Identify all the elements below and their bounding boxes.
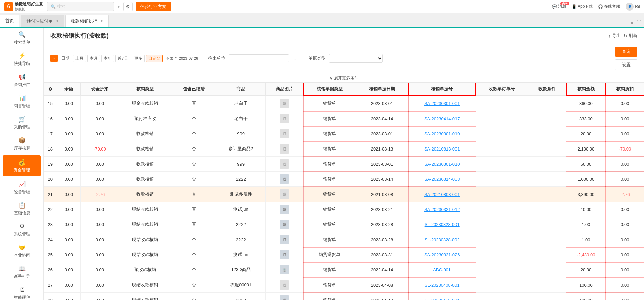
cell-balance: 0.00 xyxy=(57,217,81,232)
cell-balance: 0.00 xyxy=(57,277,81,293)
cell-verify-bill-no[interactable]: SA-20230301-010 xyxy=(408,126,476,141)
tab-prepay-close[interactable]: × xyxy=(56,19,58,24)
cell-goods-image: 🖼 xyxy=(265,111,303,126)
main-layout: 🔍 搜索菜单 ⚡ 快捷导航 📢 营销推广 📊 销售管理 🛒 采购管理 📦 库存核… xyxy=(0,28,644,300)
sidebar-item-management-label: 经营管理 xyxy=(14,189,30,195)
settings-button[interactable]: ⚙ xyxy=(123,2,133,11)
cell-verify-bill-no[interactable]: SA-20230414-017 xyxy=(408,111,476,126)
table-settings-button[interactable]: 设置 xyxy=(615,59,637,70)
table-row: 210.00-2.76收款核销否测试多属性🖼销货单2021-08-08SA-20… xyxy=(44,187,644,202)
sidebar-item-hardware[interactable]: 🖥 智能硬件 xyxy=(0,283,43,300)
col-settings[interactable]: ⚙ xyxy=(44,83,57,96)
cell-verify-bill-no[interactable]: SA-20230301-001 xyxy=(408,96,476,111)
goods-image-thumbnail: 🖼 xyxy=(280,295,289,300)
date-more[interactable]: 更多 xyxy=(132,55,145,62)
cell-goods-image: 🖼 xyxy=(265,247,303,262)
tab-verify[interactable]: 收款核销执行 × xyxy=(65,15,109,27)
cell-balance: 0.00 xyxy=(57,202,81,217)
cell-row-num: 21 xyxy=(44,187,57,202)
cell-verify-bill-type: 销货单 xyxy=(304,111,356,126)
message-area[interactable]: 💬 消息 99+ xyxy=(552,4,566,9)
sidebar-item-purchase[interactable]: 🛒 采购管理 xyxy=(0,112,43,133)
search-box[interactable]: 🔍 搜索 xyxy=(47,2,114,11)
sidebar-item-search[interactable]: 🔍 搜索菜单 xyxy=(0,28,43,49)
cell-verify-bill-date: 2023-03-14 xyxy=(356,172,408,187)
cell-verify-bill-type: 销货单 xyxy=(304,277,356,293)
cell-verify-bill-no[interactable]: SA-20210813-001 xyxy=(408,141,476,157)
party-label: 往来单位 xyxy=(208,55,225,61)
cell-verify-bill-no[interactable]: SA-20230314-008 xyxy=(408,172,476,187)
cell-receipt-conditions xyxy=(528,172,566,187)
cell-cash-discount: -2.76 xyxy=(81,187,119,202)
sidebar-item-marketing[interactable]: 📢 营销推广 xyxy=(0,70,43,91)
goods-image-placeholder: 🖼 xyxy=(280,99,289,108)
cell-balance: 0.00 xyxy=(57,232,81,247)
cell-verify-type: 收款核销 xyxy=(119,141,171,157)
tab-prepay[interactable]: 预付冲应付单 × xyxy=(21,15,64,27)
tab-home[interactable]: 首页 xyxy=(0,15,19,27)
app-label: App下载 xyxy=(578,4,593,9)
logo: 6 畅捷通谱好生意 标准版 xyxy=(4,1,44,12)
cell-verify-bill-no[interactable]: SL-20230418-001 xyxy=(408,293,476,300)
app-download[interactable]: 📱 App下载 xyxy=(572,4,593,9)
cell-verify-bill-no[interactable]: SA-20230331-026 xyxy=(408,247,476,262)
cell-receipt-order-no xyxy=(476,262,528,277)
cell-verify-bill-type: 销货单 xyxy=(304,141,356,157)
user-area[interactable]: 👤 Rit xyxy=(626,3,640,11)
cell-verify-bill-no[interactable]: SA-20210808-001 xyxy=(408,187,476,202)
date-7days[interactable]: 近7天 xyxy=(115,55,130,62)
cell-goods-image: 🖼 xyxy=(265,157,303,172)
cell-verify-amount: 1.00 xyxy=(566,217,606,232)
party-input[interactable] xyxy=(229,54,289,62)
filter-action-group: 查询 设置 xyxy=(615,47,637,70)
cell-goods-image: 🖼 xyxy=(265,202,303,217)
filter-expand-button[interactable]: » xyxy=(50,55,58,62)
bill-type-select[interactable] xyxy=(329,54,383,63)
cell-verify-bill-no[interactable]: SA-20230321-012 xyxy=(408,202,476,217)
sidebar-item-system[interactable]: ⚙ 系统管理 xyxy=(0,219,43,241)
cell-row-num: 27 xyxy=(44,277,57,293)
export-button[interactable]: ↑ 导出 xyxy=(609,33,621,39)
refresh-button[interactable]: ↻ 刷新 xyxy=(624,33,637,39)
sidebar-item-management[interactable]: 📈 经营管理 xyxy=(0,177,43,198)
cell-verify-bill-no[interactable]: SL-20230328-002 xyxy=(408,232,476,247)
tab-close-all-icon[interactable]: ✕ xyxy=(630,20,634,26)
query-button[interactable]: 查询 xyxy=(615,47,637,57)
sidebar-item-sales[interactable]: 📊 销售管理 xyxy=(0,91,43,112)
cell-verify-type: 现结收款核销 xyxy=(119,277,171,293)
cell-receipt-conditions xyxy=(528,126,566,141)
date-this-month[interactable]: 本月 xyxy=(87,55,100,62)
cell-verify-bill-date: 2023-03-01 xyxy=(356,157,408,172)
sidebar-item-finance[interactable]: 💰 资金管理 xyxy=(3,155,41,176)
sidebar-item-shortcut[interactable]: ⚡ 快捷导航 xyxy=(0,49,43,70)
goods-image-placeholder: 🖼 xyxy=(280,129,289,138)
date-this-year[interactable]: 本年 xyxy=(101,55,114,62)
online-service[interactable]: 🎧 在线客服 xyxy=(598,4,620,9)
cell-verify-bill-no[interactable]: SL-20230408-001 xyxy=(408,277,476,293)
table-row: 230.000.00现结收款核销否2222🖼销货单2023-03-28SL-20… xyxy=(44,217,644,232)
col-goods-image: 商品图片 xyxy=(265,83,303,96)
industry-btn[interactable]: 休验行业方案 xyxy=(136,2,171,11)
cell-row-num: 22 xyxy=(44,202,57,217)
tab-fullscreen-icon[interactable]: ⛶ xyxy=(637,20,641,26)
sidebar-item-collab-label: 企业协同 xyxy=(14,253,30,258)
col-verify-discount: 核销折扣 xyxy=(606,83,644,96)
cell-verify-bill-no[interactable]: ABC-001 xyxy=(408,262,476,277)
sidebar-item-basic[interactable]: 📋 基础信息 xyxy=(0,198,43,219)
cell-goods: 测试jun xyxy=(216,247,266,262)
cell-verify-bill-type: 销货单 xyxy=(304,217,356,232)
cell-verify-bill-no[interactable]: SA-20230301-010 xyxy=(408,157,476,172)
cell-verify-bill-no[interactable]: SL-20230328-001 xyxy=(408,217,476,232)
sidebar-item-collab[interactable]: 🤝 企业协同 xyxy=(0,241,43,262)
tab-verify-close[interactable]: × xyxy=(101,19,103,24)
page-actions: ↑ 导出 ↻ 刷新 xyxy=(609,33,638,39)
date-prev-month[interactable]: 上月 xyxy=(73,55,86,62)
date-custom[interactable]: 自定义 xyxy=(146,55,163,62)
cell-contains-settled: 否 xyxy=(171,247,216,262)
cell-receipt-conditions xyxy=(528,262,566,277)
sidebar-item-inventory[interactable]: 📦 库存核算 xyxy=(0,133,43,155)
goods-image-thumbnail: 🖼 xyxy=(280,250,289,259)
sidebar-item-guide[interactable]: 📖 新手引导 xyxy=(0,262,43,283)
cell-verify-amount: 2,100.00 xyxy=(566,141,606,157)
expand-more-row[interactable]: ∨ 展开更多条件 xyxy=(44,74,644,83)
